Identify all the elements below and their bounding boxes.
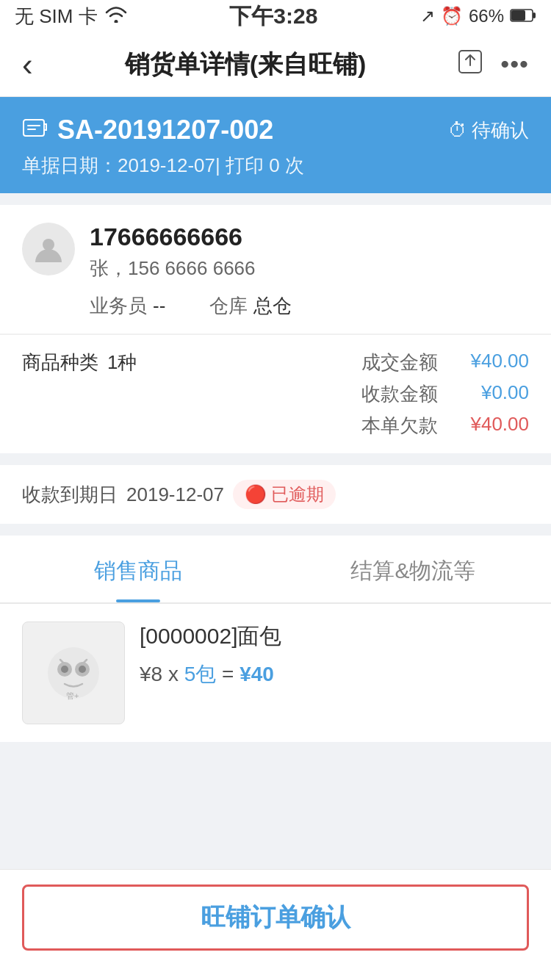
customer-card: 17666666666 张，156 6666 6666 业务员 -- 仓库 总仓 — [0, 205, 551, 334]
status-right: ↗ ⏰ 66% — [420, 6, 536, 26]
amount-label: 成交金额 — [361, 350, 438, 375]
bottom-area — [0, 742, 551, 889]
product-section: 管+ [0000002]面包 ¥8 x 5包 = ¥40 — [0, 604, 551, 742]
clock-icon: ⏱ — [448, 119, 467, 142]
customer-phone: 17666666666 — [90, 223, 529, 251]
quantity: 5包 — [184, 663, 217, 685]
wifi-icon — [105, 5, 127, 28]
due-date-value: 2019-12-07 — [126, 483, 224, 506]
amount-line-1: 成交金额 ¥40.00 — [361, 350, 529, 375]
svg-point-10 — [79, 666, 86, 673]
amounts-right: 成交金额 ¥40.00 收款金额 ¥0.00 本单欠款 ¥40.00 — [361, 350, 529, 439]
owed-value: ¥40.00 — [455, 413, 529, 439]
warehouse-label: 仓库 — [209, 293, 248, 319]
product-price-info: ¥8 x 5包 = ¥40 — [140, 660, 529, 688]
salesperson-value: -- — [153, 295, 165, 317]
amount-line-3: 本单欠款 ¥40.00 — [361, 413, 529, 439]
product-info: [0000002]面包 ¥8 x 5包 = ¥40 — [140, 621, 529, 688]
total-price: ¥40 — [240, 663, 274, 685]
equals-sign: = — [222, 663, 240, 685]
time-display: 下午3:28 — [229, 1, 317, 32]
received-label: 收款金额 — [361, 381, 438, 407]
svg-point-9 — [61, 666, 68, 673]
avatar — [22, 223, 75, 275]
product-name: [0000002]面包 — [140, 621, 529, 652]
product-type-value: 1种 — [107, 350, 137, 375]
svg-rect-1 — [533, 12, 536, 18]
order-date: 单据日期：2019-12-07| 打印 0 次 — [22, 153, 529, 179]
amount-line-2: 收款金额 ¥0.00 — [361, 381, 529, 407]
nav-bar: ‹ 销货单详情(来自旺铺) ••• — [0, 32, 551, 97]
overdue-badge: 🔴 已逾期 — [233, 480, 336, 509]
alarm-icon: ⏰ — [441, 6, 463, 26]
overdue-text: 已逾期 — [271, 483, 324, 506]
status-left: 无 SIM 卡 — [15, 4, 127, 29]
tab-settlement[interactable]: 结算&物流等 — [276, 536, 551, 602]
order-id: SA-20191207-002 — [22, 115, 273, 145]
product-type-info: 商品种类 1种 — [22, 350, 137, 375]
back-button[interactable]: ‹ — [22, 46, 33, 83]
order-icon — [22, 115, 48, 145]
owed-label: 本单欠款 — [361, 413, 438, 439]
due-date-label: 收款到期日 — [22, 482, 118, 508]
more-icon[interactable]: ••• — [500, 50, 529, 79]
order-header: SA-20191207-002 ⏱ 待确认 单据日期：2019-12-07| 打… — [0, 97, 551, 193]
due-date-section: 收款到期日 2019-12-07 🔴 已逾期 — [0, 453, 551, 524]
customer-name: 张，156 6666 6666 — [90, 256, 529, 281]
carrier-text: 无 SIM 卡 — [15, 4, 98, 29]
product-type-label: 商品种类 — [22, 350, 98, 375]
salesperson-label: 业务员 — [90, 293, 147, 319]
svg-point-5 — [43, 239, 54, 251]
svg-rect-2 — [511, 10, 525, 21]
share-icon[interactable] — [458, 49, 483, 79]
svg-rect-4 — [24, 120, 44, 136]
received-value: ¥0.00 — [455, 381, 529, 407]
unit-price: ¥8 — [140, 663, 162, 685]
location-icon: ↗ — [420, 6, 435, 26]
product-item: 管+ [0000002]面包 ¥8 x 5包 = ¥40 — [22, 621, 529, 724]
tabs: 销售商品 结算&物流等 — [0, 536, 551, 604]
page-title: 销货单详情(来自旺铺) — [125, 48, 367, 82]
order-status: ⏱ 待确认 — [448, 118, 529, 143]
warehouse-value: 总仓 — [253, 293, 292, 319]
battery-icon — [510, 6, 536, 26]
svg-text:管+: 管+ — [66, 691, 79, 700]
overdue-icon: 🔴 — [245, 484, 267, 505]
customer-info: 17666666666 张，156 6666 6666 业务员 -- 仓库 总仓 — [90, 223, 529, 319]
confirm-order-button[interactable]: 旺铺订单确认 — [22, 884, 529, 951]
multiply-sign: x — [168, 663, 184, 685]
amounts-section: 商品种类 1种 成交金额 ¥40.00 收款金额 ¥0.00 本单欠款 ¥40.… — [0, 334, 551, 453]
product-thumbnail: 管+ — [22, 621, 125, 724]
nav-actions: ••• — [458, 49, 529, 79]
amount-value: ¥40.00 — [455, 350, 529, 375]
customer-meta: 业务员 -- 仓库 总仓 — [90, 293, 529, 319]
battery-text: 66% — [469, 6, 504, 26]
tab-sales-products[interactable]: 销售商品 — [0, 536, 276, 602]
confirm-button-wrap: 旺铺订单确认 — [0, 869, 551, 980]
status-bar: 无 SIM 卡 下午3:28 ↗ ⏰ 66% — [0, 0, 551, 32]
